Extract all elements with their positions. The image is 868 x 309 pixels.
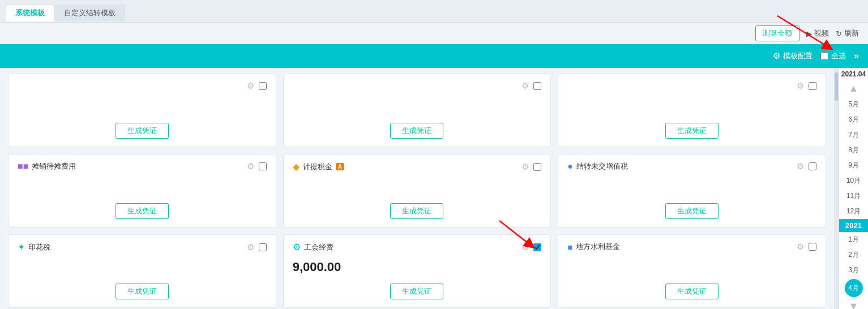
preview-amount-button[interactable]: 测算全额	[755, 25, 799, 41]
card-0-footer: 生成凭证	[18, 121, 267, 139]
card-jitishuijin-checkbox[interactable]	[533, 163, 541, 171]
sidebar-months-2020: 5月 6月 7月 8月 9月 10月 11月 12月	[839, 97, 868, 219]
card-jitishuijin-gear-icon[interactable]: ⚙	[521, 162, 529, 172]
card-tanxiao-checkbox[interactable]	[259, 162, 267, 170]
tabs-bar: 系统模板 自定义结转模板	[0, 0, 868, 23]
scrollbar-thumb[interactable]	[835, 72, 838, 101]
card-jiezhuan-body	[567, 176, 816, 196]
card-2-body	[567, 96, 816, 116]
sidebar-month-10[interactable]: 10月	[839, 173, 868, 188]
sidebar-month-5[interactable]: 5月	[839, 97, 868, 112]
sidebar-month-4-active[interactable]: 4月	[845, 279, 863, 297]
card-jiezhuan-footer: 生成凭证	[567, 201, 816, 219]
sidebar-month-12[interactable]: 12月	[839, 204, 868, 219]
card-2-gear-icon[interactable]: ⚙	[797, 81, 804, 91]
sidebar-year-2021[interactable]: 2021	[839, 219, 868, 232]
sidebar-month-8[interactable]: 8月	[839, 143, 868, 158]
card-jitishuijin-footer: 生成凭证	[293, 201, 542, 219]
sidebar-month-1[interactable]: 1月	[839, 232, 868, 247]
card-jitishuijin: ◆ 计提税金 A ⚙ 生成凭证	[283, 154, 551, 228]
card-tanxiao-footer: 生成凭证	[18, 201, 267, 219]
card-gonghui-generate-button[interactable]: 生成凭证	[390, 284, 443, 299]
card-dishui-icon: ■	[567, 242, 572, 252]
card-gonghui-body: 9,000.00	[293, 257, 542, 277]
card-1-header: ⚙	[293, 81, 542, 91]
video-button[interactable]: ▶ 视频	[806, 28, 829, 38]
refresh-button[interactable]: ↻ 刷新	[836, 28, 859, 38]
card-1-generate-button[interactable]: 生成凭证	[390, 123, 443, 139]
card-tanxiao-actions: ⚙	[247, 161, 267, 171]
expand-arrow-icon[interactable]: »	[854, 51, 859, 61]
card-grid: ⚙ 生成凭证 ⚙ 生成	[0, 68, 834, 309]
card-tanxiao-header: ■■ 摊销待摊费用 ⚙	[18, 161, 267, 171]
card-2: ⚙ 生成凭证	[558, 74, 826, 147]
card-gonghui-gear-icon[interactable]: ⚙	[521, 242, 529, 252]
sidebar-month-6[interactable]: 6月	[839, 112, 868, 127]
card-yinhuashui-generate-button[interactable]: 生成凭证	[116, 284, 169, 299]
card-jitishuijin-title: ◆ 计提税金 A	[293, 161, 344, 172]
header-bar: ⚙ 模板配置 全选 »	[0, 44, 868, 68]
card-tanxiao-icon: ■■	[18, 161, 28, 171]
config-icon: ⚙	[773, 51, 780, 61]
right-sidebar: 2021.04 ▲ 5月 6月 7月 8月 9月 10月 11月 12月 202…	[839, 68, 868, 309]
tab-custom[interactable]: 自定义结转模板	[54, 5, 125, 22]
card-jiezhuan-checkbox[interactable]	[809, 162, 816, 170]
sidebar-year-header: 2021.04	[839, 68, 868, 80]
card-jitishuijin-badge: A	[336, 163, 344, 170]
card-1-checkbox[interactable]	[533, 82, 541, 90]
tab-system[interactable]: 系统模板	[6, 5, 54, 22]
card-gonghui-header: ⚙ 工会经费 ⚙	[293, 242, 542, 252]
app-container: 系统模板 自定义结转模板 测算全额 ▶ 视频 ↻ 刷新 ⚙ 模板配置	[0, 0, 868, 309]
card-jiezhuan-header: ● 结转未交增值税 ⚙	[567, 161, 816, 171]
card-jitishuijin-generate-button[interactable]: 生成凭证	[390, 203, 443, 219]
card-2-footer: 生成凭证	[567, 121, 816, 139]
card-1-footer: 生成凭证	[293, 121, 542, 139]
card-yinhuashui: ✦ 印花税 ⚙ 生成凭证	[8, 234, 276, 308]
card-jitishuijin-header: ◆ 计提税金 A ⚙	[293, 161, 542, 172]
card-0-generate-button[interactable]: 生成凭证	[116, 123, 169, 139]
sidebar-month-3[interactable]: 3月	[839, 263, 868, 278]
card-tanxiao-generate-button[interactable]: 生成凭证	[116, 203, 169, 219]
sidebar-month-9[interactable]: 9月	[839, 158, 868, 173]
card-jiezhuan-generate-button[interactable]: 生成凭证	[665, 203, 719, 219]
sidebar-month-11[interactable]: 11月	[839, 188, 868, 204]
sidebar-up-arrow[interactable]: ▲	[839, 80, 868, 97]
toolbar: 测算全额 ▶ 视频 ↻ 刷新	[0, 23, 868, 44]
scrollbar-track[interactable]	[834, 68, 839, 309]
card-0-header: ⚙	[18, 81, 267, 91]
card-gonghui-title: ⚙ 工会经费	[293, 242, 333, 252]
card-gonghui-icon: ⚙	[293, 242, 301, 252]
card-2-actions: ⚙	[797, 81, 816, 91]
card-dishui: ■ 地方水利基金 ⚙ 生成凭证	[558, 234, 826, 308]
card-1: ⚙ 生成凭证	[283, 74, 551, 147]
card-0: ⚙ 生成凭证	[8, 74, 276, 147]
card-gonghui-amount: 9,000.00	[293, 260, 341, 274]
card-dishui-body	[567, 256, 816, 277]
card-yinhuashui-gear-icon[interactable]: ⚙	[247, 242, 254, 252]
card-gonghui-checkbox[interactable]	[533, 243, 541, 251]
card-jiezhuan-title: ● 结转未交增值税	[567, 161, 628, 171]
card-dishui-gear-icon[interactable]: ⚙	[797, 242, 804, 252]
sidebar-month-7[interactable]: 7月	[839, 127, 868, 143]
card-2-checkbox[interactable]	[809, 82, 816, 90]
card-jiezhuan-gear-icon[interactable]: ⚙	[797, 161, 804, 171]
card-tanxiao-title: ■■ 摊销待摊费用	[18, 161, 76, 171]
card-yinhuashui-actions: ⚙	[247, 242, 267, 252]
card-0-gear-icon[interactable]: ⚙	[247, 81, 254, 91]
card-yinhuashui-checkbox[interactable]	[259, 243, 267, 251]
card-tanxiao-gear-icon[interactable]: ⚙	[247, 161, 254, 171]
sidebar-year-label: 2021.04	[841, 70, 866, 78]
sidebar-down-arrow[interactable]: ▼	[839, 298, 868, 309]
select-all-checkbox[interactable]	[820, 52, 828, 60]
card-dishui-generate-button[interactable]: 生成凭证	[665, 284, 719, 299]
select-all-label: 全选	[820, 51, 846, 61]
sidebar-month-2[interactable]: 2月	[839, 247, 868, 263]
card-dishui-header: ■ 地方水利基金 ⚙	[567, 242, 816, 252]
card-2-generate-button[interactable]: 生成凭证	[665, 123, 719, 139]
card-yinhuashui-body	[18, 257, 267, 277]
card-0-checkbox[interactable]	[259, 82, 267, 90]
template-config-button[interactable]: ⚙ 模板配置	[773, 51, 813, 61]
card-yinhuashui-title: ✦ 印花税	[18, 242, 50, 252]
card-dishui-checkbox[interactable]	[809, 243, 816, 251]
card-1-gear-icon[interactable]: ⚙	[521, 81, 529, 91]
